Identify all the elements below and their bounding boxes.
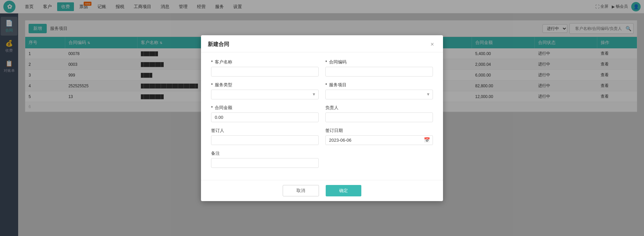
responsible-label: 负责人 xyxy=(325,105,338,111)
form-row-5: 备注 xyxy=(211,150,433,168)
contract-amount-label-row: * 合同金额 xyxy=(211,105,319,111)
customer-name-label: 客户名称 xyxy=(215,59,232,65)
customer-name-input[interactable] xyxy=(211,67,319,77)
required-star-service-item: * xyxy=(325,82,327,87)
required-star-customer: * xyxy=(211,59,213,64)
field-service-type: * 服务类型 ▼ xyxy=(211,82,319,99)
modal-title: 新建合同 xyxy=(208,41,229,48)
customer-name-label-row: * 客户名称 xyxy=(211,59,319,65)
contract-code-input[interactable] xyxy=(325,67,433,77)
service-type-select[interactable] xyxy=(211,90,319,99)
remark-input[interactable] xyxy=(211,158,319,168)
form-row-1: * 客户名称 * 合同编码 xyxy=(211,59,433,77)
field-customer-name: * 客户名称 xyxy=(211,59,319,77)
remark-label-row: 备注 xyxy=(211,150,319,156)
field-contract-code: * 合同编码 xyxy=(325,59,433,77)
responsible-input[interactable] xyxy=(325,112,433,122)
modal-overlay: 新建合同 × * 客户名称 * 合同编码 xyxy=(0,0,644,236)
sign-date-input[interactable] xyxy=(325,135,433,145)
form-row-3: * 合同金额 负责人 xyxy=(211,105,433,122)
new-contract-modal: 新建合同 × * 客户名称 * 合同编码 xyxy=(201,35,443,201)
sign-date-label-row: 签订日期 xyxy=(325,128,433,134)
contract-amount-input[interactable] xyxy=(211,112,319,122)
service-item-select[interactable] xyxy=(325,90,433,99)
field-responsible: 负责人 xyxy=(325,105,433,122)
service-item-label: 服务项目 xyxy=(329,82,347,88)
signer-label-row: 签订人 xyxy=(211,128,319,134)
responsible-label-row: 负责人 xyxy=(325,105,433,111)
field-signer: 签订人 xyxy=(211,128,319,145)
required-star-code: * xyxy=(325,59,327,64)
required-star-service-type: * xyxy=(211,82,213,87)
field-service-item: * 服务项目 ▼ xyxy=(325,82,433,99)
contract-code-label-row: * 合同编码 xyxy=(325,59,433,65)
required-star-amount: * xyxy=(211,105,213,110)
field-remark: 备注 xyxy=(211,150,319,168)
service-type-select-wrap: ▼ xyxy=(211,90,319,99)
service-item-select-wrap: ▼ xyxy=(325,90,433,99)
contract-code-label: 合同编码 xyxy=(329,59,347,65)
modal-header: 新建合同 × xyxy=(201,35,443,52)
service-item-label-row: * 服务项目 xyxy=(325,82,433,88)
service-type-label-row: * 服务类型 xyxy=(211,82,319,88)
sign-date-label: 签订日期 xyxy=(325,128,343,134)
cancel-button[interactable]: 取消 xyxy=(283,185,319,196)
modal-footer: 取消 确定 xyxy=(201,180,443,201)
form-row-2: * 服务类型 ▼ * 服务项目 ▼ xyxy=(211,82,433,99)
sign-date-wrap: 📅 xyxy=(325,135,433,145)
signer-label: 签订人 xyxy=(211,128,224,134)
contract-amount-label: 合同金额 xyxy=(215,105,232,111)
field-contract-amount: * 合同金额 xyxy=(211,105,319,122)
form-row-4: 签订人 签订日期 📅 xyxy=(211,128,433,145)
remark-label: 备注 xyxy=(211,150,220,156)
modal-close-button[interactable]: × xyxy=(428,41,436,49)
signer-input[interactable] xyxy=(211,135,319,145)
field-sign-date: 签订日期 📅 xyxy=(325,128,433,145)
service-type-label: 服务类型 xyxy=(215,82,232,88)
modal-body: * 客户名称 * 合同编码 * xyxy=(201,52,443,180)
confirm-button[interactable]: 确定 xyxy=(326,185,361,196)
